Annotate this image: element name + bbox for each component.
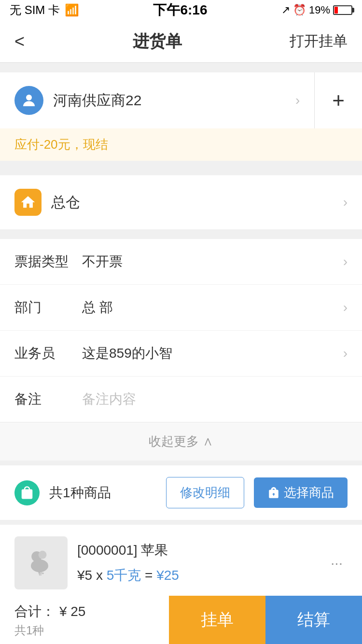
total-label: 合计： [14, 604, 55, 619]
dept-value: 总 部 [82, 298, 338, 317]
bag-icon [20, 486, 34, 500]
warehouse-chevron-icon: › [343, 195, 348, 210]
invoice-label: 票据类型 [14, 252, 82, 271]
status-right: ↗ ⏰ 19% [281, 4, 352, 16]
notice-bar: 应付-20元，现结 [0, 128, 362, 161]
staff-chevron-icon: › [343, 346, 348, 361]
battery-icon [333, 5, 352, 15]
dept-label: 部门 [14, 298, 82, 317]
collapse-bar[interactable]: 收起更多 ∧ [0, 422, 362, 461]
summary-total: 合计： ¥ 25 [14, 602, 154, 621]
svg-text:智+: 智+ [38, 571, 44, 576]
staff-label: 业务员 [14, 344, 82, 363]
hang-button[interactable]: 挂单 [169, 596, 265, 644]
status-bar: 无 SIM 卡 📶 下午6:16 ↗ ⏰ 19% [0, 0, 362, 20]
invoice-chevron-icon: › [343, 254, 348, 269]
chevron-right-icon: › [295, 93, 300, 108]
total-amount: ¥ 25 [59, 604, 86, 619]
alarm-icon: ⏰ [293, 4, 306, 16]
remark-input[interactable]: 备注内容 [82, 390, 348, 408]
product-code: [0000001] [77, 543, 141, 558]
remark-label: 备注 [14, 390, 82, 408]
svg-point-2 [39, 551, 47, 559]
invoice-value: 不开票 [82, 252, 338, 271]
warehouse-icon [14, 189, 42, 216]
form-section: 票据类型 不开票 › 部门 总 部 › 业务员 这是859的小智 › 备注 备注… [0, 239, 362, 422]
product-total: ¥25 [156, 568, 179, 583]
product-info: [0000001] 苹果 ¥5 x 5千克 = ¥25 [77, 541, 316, 585]
svg-point-0 [26, 95, 32, 100]
section-gap-1 [0, 63, 362, 72]
select-product-icon [267, 487, 280, 499]
select-product-button[interactable]: 选择商品 [254, 477, 348, 508]
remark-row[interactable]: 备注 备注内容 [0, 377, 362, 422]
staff-row[interactable]: 业务员 这是859的小智 › [0, 331, 362, 377]
supplier-name: 河南供应商22 [53, 91, 291, 111]
product-item: 智+ [0000001] 苹果 ¥5 x 5千克 = ¥25 ··· [0, 525, 362, 601]
modify-detail-button[interactable]: 修改明细 [166, 477, 244, 508]
staff-value: 这是859的小智 [82, 344, 338, 363]
open-hang-button[interactable]: 打开挂单 [290, 31, 348, 51]
product-quantity: 5千克 [107, 568, 141, 583]
carrier-text: 无 SIM 卡 [10, 2, 60, 18]
bottom-summary: 合计： ¥ 25 共1种 挂单 结算 [0, 596, 362, 644]
add-supplier-button[interactable]: + [315, 75, 362, 126]
dept-row[interactable]: 部门 总 部 › [0, 285, 362, 331]
product-count-text: 共1种商品 [49, 484, 156, 502]
product-name: [0000001] 苹果 [77, 541, 316, 560]
page-title: 进货单 [133, 30, 182, 53]
invoice-row[interactable]: 票据类型 不开票 › [0, 239, 362, 285]
svg-point-3 [31, 560, 48, 572]
product-unit-price: ¥5 x [77, 568, 107, 583]
products-header: 共1种商品 修改明细 选择商品 [0, 465, 362, 520]
checkout-button[interactable]: 结算 [265, 596, 362, 644]
product-price-row: ¥5 x 5千克 = ¥25 [77, 566, 316, 585]
wifi-icon: 📶 [65, 3, 79, 17]
battery-percent: 19% [309, 4, 330, 16]
product-thumb-icon: 智+ [27, 548, 56, 577]
back-button[interactable]: < [14, 31, 25, 52]
dept-chevron-icon: › [343, 300, 348, 315]
product-title: 苹果 [141, 543, 168, 558]
warehouse-section[interactable]: 总仓 › [0, 175, 362, 229]
home-icon [20, 194, 36, 210]
supplier-section: 河南供应商22 › + [0, 72, 362, 128]
summary-info: 合计： ¥ 25 共1种 [0, 602, 169, 638]
person-icon [20, 92, 38, 109]
section-gap-3 [0, 229, 362, 239]
status-time: 下午6:16 [153, 1, 207, 19]
nav-bar: < 进货单 打开挂单 [0, 20, 362, 63]
supplier-avatar [14, 86, 43, 115]
product-equals: = [145, 568, 156, 583]
product-more-button[interactable]: ··· [326, 550, 348, 576]
summary-count: 共1种 [14, 623, 154, 638]
location-icon: ↗ [281, 4, 290, 16]
select-product-label: 选择商品 [284, 484, 334, 501]
product-count-icon [14, 480, 40, 505]
product-thumbnail: 智+ [14, 536, 68, 589]
status-left: 无 SIM 卡 📶 [10, 2, 79, 18]
supplier-selector[interactable]: 河南供应商22 › [0, 72, 315, 128]
warehouse-name: 总仓 [51, 193, 338, 212]
section-gap-2 [0, 161, 362, 166]
section-gap-4 [0, 461, 362, 465]
